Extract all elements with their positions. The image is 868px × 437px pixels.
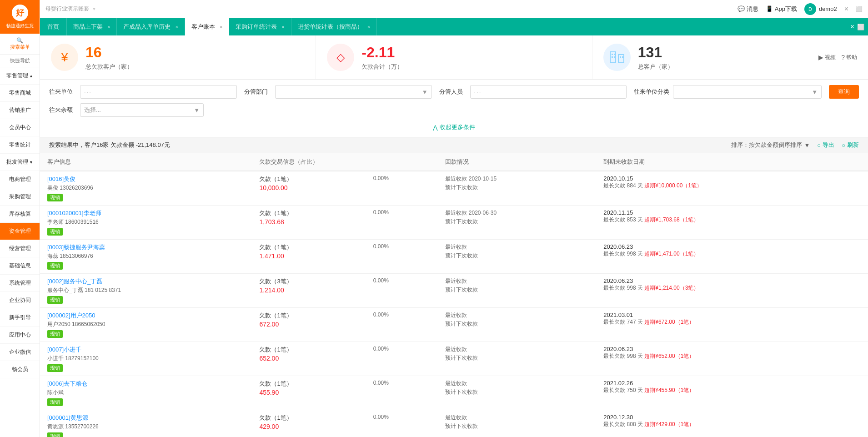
tab-close-icon[interactable]: × [220, 24, 222, 30]
debt-ratio-3: 0.00% [373, 277, 431, 284]
refresh-button[interactable]: ○ 刷新 [842, 141, 859, 149]
sidebar-item-app-center[interactable]: 应用中心 [0, 326, 40, 344]
sidebar-item-chang-member[interactable]: 畅会员 [0, 361, 40, 378]
overdue-amount-2[interactable]: 超期¥1,471.00（1笔） [644, 251, 699, 257]
overdue-amount-6[interactable]: 超期¥455.90（1笔） [644, 387, 694, 393]
balance-select[interactable]: 选择... ▼ [80, 103, 204, 117]
message-button[interactable]: 💬 消息 [738, 5, 758, 13]
customer-name-1[interactable]: [0001020001]李老师 [47, 209, 245, 217]
tab-customer-account-label: 客户账本 [191, 23, 215, 31]
overdue-amount-5[interactable]: 超期¥652.00（1笔） [644, 353, 694, 359]
tab-product-listing-label: 商品上下架 [73, 23, 103, 31]
source-unit-input[interactable]: ··· [80, 85, 237, 99]
sidebar-item-wholesale[interactable]: 批发管理 ▼ [0, 154, 40, 171]
overdue-amount-1[interactable]: 超期¥1,703.68（1笔） [644, 216, 699, 223]
query-button[interactable]: 查询 [829, 85, 859, 99]
sidebar-item-new-guide[interactable]: 新手引导 [0, 309, 40, 326]
sidebar-item-enterprise-collab[interactable]: 企业协同 [0, 292, 40, 309]
filter-person: 分管人员 ··· [439, 85, 627, 99]
sidebar-item-ecommerce[interactable]: 电商管理 [0, 171, 40, 188]
sidebar-item-inventory[interactable]: 库存核算 [0, 206, 40, 223]
stat-card-debt-customers: ¥ 16 总欠款客户（家） [40, 35, 316, 79]
customer-table: 客户信息 欠款交易信息（占比） 回款情况 到期未收款日期 [0016]吴俊 吴俊… [40, 153, 868, 437]
svg-rect-7 [622, 56, 623, 58]
customer-name-4[interactable]: [000002]用户2050 [47, 311, 245, 320]
tab-purchase-stats[interactable]: 采购订单统计表 × [229, 18, 291, 35]
total-customers-icon [603, 44, 631, 71]
tabbar-maximize-icon[interactable]: ⬜ [857, 24, 864, 30]
sidebar-item-marketing[interactable]: 营销推广 [0, 102, 40, 119]
sidebar-item-retail-stats[interactable]: 零售统计 [0, 136, 40, 154]
overdue-amount-4[interactable]: 超期¥672.00（1笔） [644, 319, 694, 325]
col-debt-info: 欠款交易信息（占比） [252, 153, 438, 171]
sidebar-item-label: 企业微信 [9, 349, 31, 355]
tab-close-icon[interactable]: × [175, 24, 178, 30]
sidebar-item-label: 营销推广 [9, 107, 31, 113]
stat-card-total-customers: 131 总客户（家） ▶ 视频 ? 帮助 [592, 35, 868, 79]
video-button[interactable]: ▶ 视频 [818, 54, 836, 61]
sidebar-item-purchase[interactable]: 采购管理 [0, 188, 40, 206]
sidebar-item-retail-mgmt[interactable]: 零售管理 ▲ [0, 67, 40, 85]
export-button[interactable]: ○ 导出 [817, 141, 834, 149]
sidebar-item-retail-mall[interactable]: 零售商城 [0, 85, 40, 102]
customer-phone-2: 海蕊 18513066976 [47, 252, 245, 260]
overdue-date-0: 2020.10.15 [603, 175, 861, 182]
maximize-icon[interactable]: ⬜ [856, 6, 863, 12]
tab-customer-account[interactable]: 客户账本 × [185, 18, 229, 35]
tab-close-icon[interactable]: × [367, 24, 370, 30]
sidebar-item-operations[interactable]: 经营管理 [0, 240, 40, 257]
filter-source-unit: 往来单位 ··· [49, 85, 237, 99]
collapse-button[interactable]: ⋀ 收起更多条件 [49, 121, 859, 133]
sidebar-item-label: 应用中心 [9, 332, 31, 338]
overdue-date-7: 2020.12.30 [603, 414, 861, 421]
sort-button[interactable]: 排序：按欠款金额倒序排序 ▼ [731, 141, 810, 149]
sidebar-item-enterprise-wechat[interactable]: 企业微信 [0, 344, 40, 361]
chevron-down-icon: ▼ [29, 160, 33, 165]
quick-nav-item[interactable]: 快捷导航 [0, 55, 40, 67]
app-download-button[interactable]: 📱 App下载 [766, 5, 797, 13]
close-icon[interactable]: × [844, 5, 848, 13]
topbar-left: 母婴行业演示账套 ▼ [45, 5, 96, 13]
customer-name-6[interactable]: [0006]去下粮仓 [47, 380, 245, 388]
recovery-next-6: 预计下次收款 [445, 388, 589, 396]
customer-name-2[interactable]: [0003]畅捷服务尹海蕊 [47, 243, 245, 251]
tabbar-close-all-icon[interactable]: × [850, 23, 854, 31]
search-menu-item[interactable]: 🔍 搜索菜单 [0, 34, 40, 55]
recovery-date-7: 最近收款 [445, 414, 589, 422]
person-dots: ··· [474, 89, 482, 95]
customer-name-5[interactable]: [0007]小进千 [47, 346, 245, 354]
avatar-initial: D [808, 6, 812, 12]
customer-phone-5: 小进千 18279152100 [47, 355, 245, 362]
help-button[interactable]: ? 帮助 [841, 54, 857, 61]
tab-close-icon[interactable]: × [281, 24, 284, 30]
overdue-amount-0[interactable]: 超期¥10,000.00（1笔） [644, 182, 702, 189]
tab-product-listing[interactable]: 商品上下架 × [67, 18, 117, 35]
sidebar-item-system[interactable]: 系统管理 [0, 275, 40, 292]
sidebar-item-member[interactable]: 会员中心 [0, 119, 40, 136]
user-profile[interactable]: D demo2 [804, 3, 837, 15]
overdue-date-6: 2021.02.26 [603, 380, 861, 387]
sidebar-item-label: 系统管理 [9, 280, 31, 286]
dept-select[interactable]: ▼ [275, 85, 432, 99]
cell-recovery-0: 最近收款 2020-10-15 预计下次收款 [438, 171, 596, 206]
customer-name-0[interactable]: [0016]吴俊 [47, 175, 245, 183]
tab-production-history[interactable]: 产成品入库单历史 × [117, 18, 185, 35]
main-content: 母婴行业演示账套 ▼ 💬 消息 📱 App下载 D demo2 × ⬜ [40, 0, 868, 437]
tab-home[interactable]: 首页 [40, 18, 67, 35]
person-input[interactable]: ··· [470, 85, 627, 99]
customer-name-3[interactable]: [0002]服务中心_丁磊 [47, 277, 245, 286]
customer-name-7[interactable]: [000001]黄思源 [47, 414, 245, 422]
tab-incoming-stats[interactable]: 进货单统计表（按商品） × [291, 18, 377, 35]
debt-amount-6: 455.90 [259, 389, 358, 396]
overdue-amount-7[interactable]: 超期¥429.00（1笔） [644, 421, 694, 427]
overdue-amount-3[interactable]: 超期¥1,214.00（3笔） [644, 285, 699, 291]
tab-home-label: 首页 [47, 23, 59, 31]
building-icon [608, 48, 626, 66]
tabbar-actions: × ⬜ [847, 18, 868, 35]
unit-category-select[interactable]: ▼ [673, 85, 822, 99]
customer-tag-1: 现销 [47, 228, 63, 236]
sidebar-item-finance[interactable]: 资金管理 [0, 223, 40, 240]
svg-rect-5 [614, 56, 615, 58]
sidebar-item-basic-info[interactable]: 基础信息 [0, 257, 40, 275]
tab-close-icon[interactable]: × [107, 24, 110, 30]
